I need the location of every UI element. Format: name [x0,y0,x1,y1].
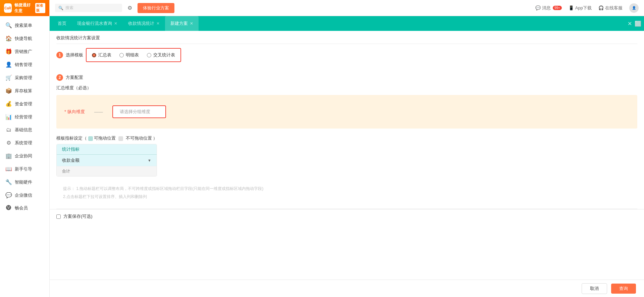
tab-home[interactable]: 首页 [52,16,72,31]
locked-dot [118,136,123,141]
sidebar-item-label: 库存核算 [15,88,32,94]
radio-summary-label[interactable]: 汇总表 [98,52,111,58]
message-label: 消息 [542,5,551,11]
sidebar-item-label: 资金管理 [15,101,32,107]
tips-area: 提示： 1.拖动标题栏可以调整布局，不可跨维度或指标区域拖动栏目字段(只能在同一… [56,181,637,205]
step1-title: 选择模板 [66,52,83,58]
inventory-icon: 📦 [5,88,12,94]
save-option-label[interactable]: 方案保存(可选) [63,213,93,219]
tabbar-actions: ✕ ⬜ [628,20,641,27]
sidebar-item-hardware[interactable]: 🔧 智能硬件 [0,176,49,189]
tab-bank-flow[interactable]: 现金银行流水查询 ✕ [72,16,123,31]
message-icon: 💬 [535,5,541,10]
sidebar-header: CaR 畅捷通好生意 标准版 [0,0,49,16]
radio-summary[interactable]: 汇总表 [92,52,111,58]
radio-detail-label[interactable]: 明细表 [126,52,139,58]
download-item[interactable]: 📱 App下载 [569,5,592,11]
radio-cross[interactable]: 交叉统计表 [147,52,175,58]
dimension-select-box[interactable]: 请选择分组维度 [112,105,166,118]
message-badge: 99+ [553,6,562,10]
content-area: 收款情况统计方案设置 1 选择模板 汇总表 [50,31,644,280]
query-button[interactable]: 查询 [611,284,636,294]
sidebar-item-basics[interactable]: 🗂 基础信息 [0,123,49,136]
sidebar-item-label: 营销推广 [15,49,32,55]
sidebar-item-label: 新手引导 [15,166,32,172]
search-placeholder: 搜索 [65,5,73,11]
radio-detail[interactable]: 明细表 [119,52,139,58]
radio-cross-input[interactable] [147,53,151,57]
sidebar-item-label: 畅会员 [15,205,28,211]
sidebar-item-label: 快捷导航 [15,36,32,42]
logo-icon: CaR [4,3,12,13]
close-all-icon[interactable]: ✕ [628,20,632,27]
metric-table-header: 统计指标 [57,144,157,155]
maximize-icon[interactable]: ⬜ [635,20,641,27]
template-select-area: 汇总表 明细表 交叉统计表 [86,48,181,62]
main-area: 🔍 搜索 ⚙ 体验行业方案 💬 消息 99+ 📱 App下载 🎧 在线客服 👤 [50,0,644,297]
sidebar-item-system[interactable]: ⚙ 系统管理 [0,136,49,149]
enterprise-icon: 🏢 [5,153,12,159]
sidebar-item-finance[interactable]: 💰 资金管理 [0,97,49,110]
sidebar-item-label: 智能硬件 [15,179,32,185]
radio-cross-label[interactable]: 交叉统计表 [153,52,175,58]
sidebar-item-inventory[interactable]: 📦 库存核算 [0,84,49,97]
draggable-dot [88,136,93,141]
sidebar-item-quick-nav[interactable]: 🏠 快捷导航 [0,32,49,45]
search-icon: 🔍 [58,6,63,10]
message-item[interactable]: 💬 消息 99+ [535,5,562,11]
app-name: 畅捷通好生意 [14,2,34,14]
tab-receipt-stats-close[interactable]: ✕ [156,21,160,26]
page-header: 收款情况统计方案设置 [50,31,644,44]
step1-section: 1 选择模板 汇总表 明细表 交 [50,44,644,70]
bottom-bar: 取消 查询 [50,280,644,297]
step2-circle: 2 [56,74,63,81]
save-option-checkbox[interactable] [56,214,61,219]
member-icon: 🅥 [5,205,12,211]
tab-receipt-stats-label: 收款情况统计 [128,20,154,27]
search-box[interactable]: 🔍 搜索 [55,4,122,12]
chevron-down-icon[interactable]: ▼ [148,158,151,162]
sidebar-item-purchase[interactable]: 🛒 采购管理 [0,71,49,84]
sidebar-item-weixin[interactable]: 💬 企业微信 [0,189,49,202]
topbar: 🔍 搜索 ⚙ 体验行业方案 💬 消息 99+ 📱 App下载 🎧 在线客服 👤 [50,0,644,16]
page-title: 收款情况统计方案设置 [56,35,100,40]
cancel-button[interactable]: 取消 [582,283,607,294]
sidebar-item-enterprise[interactable]: 🏢 企业协同 [0,149,49,162]
radio-summary-input[interactable] [92,53,96,57]
metric-col1-header-row: 收款金额 ▼ [62,157,151,163]
radio-detail-input[interactable] [119,53,124,57]
tab-new-plan-close[interactable]: ✕ [190,21,193,26]
step1-circle: 1 [56,52,63,58]
quick-nav-icon: 🏠 [5,35,12,42]
guide-icon: 📖 [5,166,12,172]
tab-receipt-stats[interactable]: 收款情况统计 ✕ [123,16,165,31]
settings-icon[interactable]: ⚙ [127,5,132,11]
metric-cell-col1[interactable]: 收款金额 ▼ [57,155,157,166]
sidebar-item-guide[interactable]: 📖 新手引导 [0,162,49,176]
user-avatar[interactable]: 👤 [629,3,639,13]
dimension-arrow: —— [94,109,103,114]
sidebar-item-marketing[interactable]: 🎁 营销推广 [0,45,49,58]
metric-cell-total: 合计 [57,166,157,176]
step2-label: 2 方案配置 [56,74,637,81]
sidebar-item-label: 采购管理 [15,75,32,81]
weixin-icon: 💬 [5,192,12,198]
sidebar-item-operations[interactable]: 📊 经营管理 [0,110,49,123]
industry-solution-button[interactable]: 体验行业方案 [138,3,174,13]
tab-bank-flow-close[interactable]: ✕ [114,21,117,26]
marketing-icon: 🎁 [5,48,12,55]
sidebar-item-member[interactable]: 🅥 畅会员 [0,202,49,214]
metric-header: 模板指标设定（ 可拖动位置 不可拖动位置 ） [56,135,637,141]
service-label: 在线客服 [605,5,623,11]
sidebar-item-search-menu[interactable]: 🔍 搜索菜单 [0,19,49,32]
content-inner: 收款情况统计方案设置 1 选择模板 汇总表 [50,31,644,280]
finance-icon: 💰 [5,101,12,107]
row-dimension-label: * 纵向维度 [64,109,85,115]
service-item[interactable]: 🎧 在线客服 [598,5,623,11]
metric-table-header-label: 统计指标 [62,147,79,152]
sidebar-item-label: 搜索菜单 [15,22,32,29]
tab-new-plan[interactable]: 新建方案 ✕ [165,16,199,31]
sidebar-item-sales[interactable]: 👤 销售管理 [0,58,49,71]
tip-2: 2.点击标题栏下拉可设置排序、插入列和删除列 [63,193,631,201]
tab-bank-flow-label: 现金银行流水查询 [77,20,112,27]
